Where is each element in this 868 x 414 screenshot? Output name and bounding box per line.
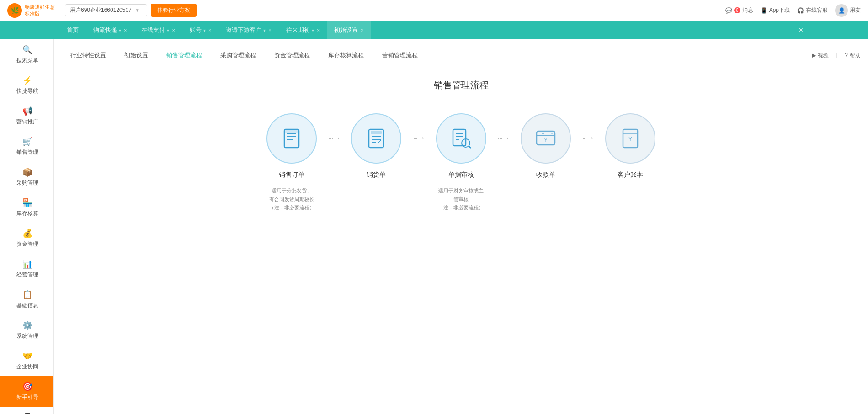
page-title: 销售管理流程 — [61, 64, 861, 113]
chevron-down-icon: ▾ — [263, 28, 266, 33]
sidebar-item-finance[interactable]: 💰 资金管理 — [0, 223, 53, 254]
chevron-down-icon: ▾ — [167, 28, 169, 33]
sidebar-item-inventory[interactable]: 🏪 库存核算 — [0, 192, 53, 223]
main-content: 行业特性设置 初始设置 销售管理流程 采购管理流程 资金管理流程 库存核算流程 … — [54, 39, 868, 414]
subtab-marketing-flow[interactable]: 营销管理流程 — [373, 47, 427, 64]
flow-circle-ledger[interactable]: ¥ — [605, 113, 655, 164]
close-icon[interactable]: × — [268, 27, 271, 33]
close-icon[interactable]: × — [124, 27, 127, 33]
flow-circle-sales-order[interactable] — [266, 113, 317, 164]
close-icon[interactable]: × — [172, 27, 175, 33]
chevron-down-icon: ▾ — [312, 28, 314, 33]
chevron-down-icon: ▾ — [203, 28, 206, 33]
sub-tabs-right: ▶ 视频 | ? 帮助 — [812, 52, 861, 59]
svg-line-15 — [469, 146, 471, 148]
sidebar-item-marketing[interactable]: 📢 营销推广 — [0, 101, 53, 131]
flow-arrow-4: ···→ — [582, 113, 594, 143]
subtab-finance-flow[interactable]: 资金管理流程 — [265, 47, 319, 64]
chevron-down-icon: ▾ — [119, 28, 121, 33]
flow-item-audit: 单据审核 适用于财务审核或主管审核（注：非必要流程） — [425, 113, 498, 212]
flow-title-receipt: 收款单 — [536, 171, 555, 179]
search-icon: 🔍 — [22, 45, 32, 55]
nav-tab-logistics[interactable]: 物流快递 ▾ × — [86, 21, 134, 39]
close-icon[interactable]: × — [317, 27, 320, 33]
flow-circle-invoice[interactable] — [351, 113, 401, 164]
flow-title-audit: 单据审核 — [448, 171, 474, 179]
svg-rect-10 — [453, 129, 466, 146]
flow-arrow-1: ···→ — [328, 113, 340, 143]
sidebar-item-basic[interactable]: 📋 基础信息 — [0, 284, 53, 315]
chart-icon: 📊 — [22, 259, 32, 269]
subtab-purchase-flow[interactable]: 采购管理流程 — [211, 47, 265, 64]
nav-tab-home[interactable]: 首页 — [59, 21, 86, 39]
close-all-button[interactable]: × — [793, 26, 809, 34]
subtab-inventory-flow[interactable]: 库存核算流程 — [319, 47, 373, 64]
flow-title-ledger: 客户账本 — [618, 171, 643, 179]
sidebar-item-cooperation[interactable]: 🤝 企业协同 — [0, 345, 53, 376]
sidebar-item-appcenter[interactable]: 📱 应用中心 — [0, 407, 53, 414]
subtab-sales-flow[interactable]: 销售管理流程 — [157, 47, 211, 64]
logo-icon: 🌿 — [7, 3, 22, 18]
sidebar-item-quicknav[interactable]: ⚡ 快捷导航 — [0, 70, 53, 101]
play-icon: ▶ — [812, 52, 816, 58]
svg-rect-6 — [371, 131, 382, 134]
sidebar-item-search[interactable]: 🔍 搜索菜单 — [0, 39, 53, 70]
chevron-down-icon: ▼ — [135, 8, 140, 13]
megaphone-icon: 📢 — [22, 106, 32, 116]
close-icon[interactable]: × — [208, 27, 211, 33]
flow-item-invoice: 销货单 — [340, 113, 413, 186]
avatar: 👤 — [835, 4, 848, 17]
store-icon: 🏪 — [22, 198, 32, 208]
sidebar-item-purchase[interactable]: 📦 采购管理 — [0, 162, 53, 192]
message-item[interactable]: 💬 6 消息 — [725, 6, 753, 14]
user-selector[interactable]: 用户690企业1660120507 ▼ — [65, 4, 147, 16]
sidebar-item-guide[interactable]: 🎯 新手引导 — [0, 376, 53, 407]
experience-button[interactable]: 体验行业方案 — [151, 4, 197, 17]
gear-icon: ⚙️ — [22, 320, 32, 330]
flow-diagram: 销售订单 适用于分批发货、有合同发货周期较长（注：非必要流程） ···→ 销货单 — [61, 113, 861, 239]
close-icon[interactable]: × — [361, 27, 363, 33]
video-link[interactable]: ▶ 视频 — [812, 52, 829, 59]
flow-item-ledger: ¥ 客户账本 — [594, 113, 667, 186]
handshake-icon: 🤝 — [22, 351, 32, 361]
flow-title-sales-order: 销售订单 — [279, 171, 304, 179]
nav-tab-init-settings[interactable]: 初始设置 × — [327, 21, 371, 39]
nav-tab-period[interactable]: 往来期初 ▾ × — [279, 21, 327, 39]
top-bar-left: 🌿 畅康通好生意 标准版 用户690企业1660120507 ▼ 体验行业方案 — [7, 3, 197, 18]
question-icon: ? — [845, 52, 848, 58]
flow-item-receipt: ¥ 收款单 — [509, 113, 582, 186]
cart-icon: 🛒 — [22, 137, 32, 147]
box-icon: 📦 — [22, 167, 32, 177]
user-avatar-item[interactable]: 👤 用友 — [835, 4, 861, 17]
message-badge: 6 — [734, 7, 740, 13]
flow-circle-audit[interactable] — [436, 113, 486, 164]
svg-text:¥: ¥ — [543, 137, 548, 143]
subtab-industry[interactable]: 行业特性设置 — [61, 47, 115, 64]
subtab-init[interactable]: 初始设置 — [115, 47, 157, 64]
message-icon: 💬 — [725, 7, 732, 14]
sidebar-item-operations[interactable]: 📊 经营管理 — [0, 254, 53, 284]
nav-tab-account[interactable]: 账号 ▾ × — [182, 21, 218, 39]
svg-rect-4 — [284, 129, 299, 133]
app-download-item[interactable]: 📱 App下载 — [761, 6, 790, 14]
help-link[interactable]: ? 帮助 — [845, 52, 861, 59]
flash-icon: ⚡ — [22, 75, 32, 85]
mobile-icon: 📱 — [22, 412, 32, 414]
nav-tabs: 首页 物流快递 ▾ × 在线支付 ▾ × 账号 ▾ × 邀请下游客户 ▾ × 往… — [0, 21, 868, 39]
svg-text:¥: ¥ — [628, 135, 632, 143]
headset-icon: 🎧 — [797, 7, 804, 14]
phone-icon: 📱 — [761, 7, 767, 14]
flow-item-sales-order: 销售订单 适用于分批发货、有合同发货周期较长（注：非必要流程） — [255, 113, 328, 212]
nav-tab-invite[interactable]: 邀请下游客户 ▾ × — [218, 21, 278, 39]
clipboard-icon: 📋 — [22, 290, 32, 300]
logo-area: 🌿 畅康通好生意 标准版 — [7, 3, 61, 18]
sidebar-item-system[interactable]: ⚙️ 系统管理 — [0, 315, 53, 345]
flow-desc-audit: 适用于财务审核或主管审核（注：非必要流程） — [438, 186, 484, 212]
sidebar-item-sales[interactable]: 🛒 销售管理 — [0, 131, 53, 162]
top-bar-right: 💬 6 消息 📱 App下载 🎧 在线客服 👤 用友 — [725, 4, 861, 17]
flow-circle-receipt[interactable]: ¥ — [521, 113, 571, 164]
nav-tab-payment[interactable]: 在线支付 ▾ × — [134, 21, 182, 39]
flow-arrow-3: ···→ — [498, 113, 509, 143]
service-item[interactable]: 🎧 在线客服 — [797, 6, 828, 14]
top-bar: 🌿 畅康通好生意 标准版 用户690企业1660120507 ▼ 体验行业方案 … — [0, 0, 868, 21]
